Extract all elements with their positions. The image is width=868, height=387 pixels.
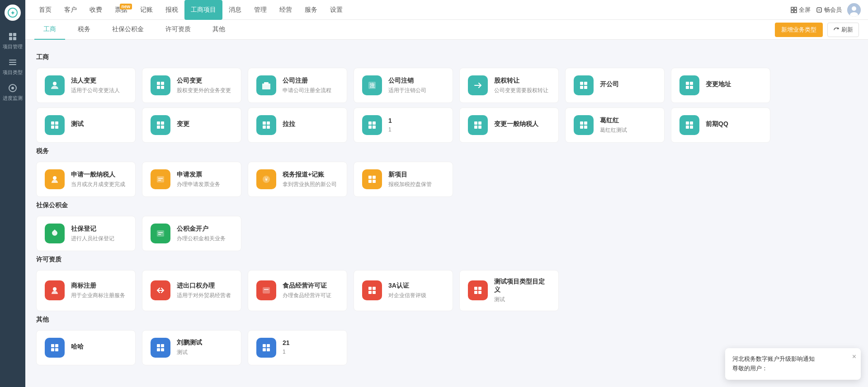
card-icon-food-license <box>256 280 276 300</box>
nav-bookkeeping[interactable]: 记账 <box>134 0 159 20</box>
nav-industrial[interactable]: 工商项目 <box>184 0 222 20</box>
nav-customer[interactable]: 客户 <box>58 0 83 20</box>
svg-rect-29 <box>580 82 583 85</box>
subtab-other[interactable]: 其他 <box>203 20 234 40</box>
svg-rect-50 <box>373 121 376 125</box>
card-food-license[interactable]: 食品经营许可证 办理食品经营许可证 <box>248 270 347 311</box>
svg-rect-7 <box>9 62 16 63</box>
nav-invoice[interactable]: 票据 new <box>108 0 134 20</box>
card-change-address[interactable]: 变更地址 <box>671 68 770 103</box>
svg-rect-31 <box>580 86 583 89</box>
nav-message[interactable]: 消息 <box>222 0 248 20</box>
card-company-register[interactable]: 公司注册 申请公司注册全流程 <box>248 68 347 103</box>
svg-rect-59 <box>580 126 583 129</box>
card-equity-transfer[interactable]: 股权转让 公司变更需要股权转让 <box>459 68 559 103</box>
sidebar-logo: ✦ <box>5 5 21 21</box>
card-icon-1 <box>362 115 382 135</box>
card-mohonghong[interactable]: 葛红红 葛红红测试 <box>565 107 665 143</box>
svg-rect-6 <box>9 60 16 61</box>
card-tax-report[interactable]: ¥ 税务报道+记账 拿到营业执照的新公司 <box>248 162 347 197</box>
sidebar-item-project-type[interactable]: 项目类型 <box>0 54 25 79</box>
svg-rect-11 <box>791 7 793 9</box>
svg-rect-53 <box>474 121 477 125</box>
svg-rect-44 <box>161 126 164 129</box>
card-import-export[interactable]: 进出口权办理 适用于对外贸易经营者 <box>142 270 241 311</box>
svg-rect-22 <box>161 82 164 85</box>
card-legal-change[interactable]: 法人变更 适用于公司变更法人 <box>36 68 136 103</box>
svg-rect-13 <box>791 10 793 13</box>
card-icon-21 <box>256 338 276 358</box>
card-lala[interactable]: 拉拉 <box>248 107 347 143</box>
member-btn[interactable]: 畅会员 <box>816 6 842 14</box>
sidebar-item-project-manage[interactable]: 项目管理 <box>0 28 25 54</box>
card-change-taxpayer[interactable]: 变更一般纳税人 <box>459 107 559 143</box>
new-type-button[interactable]: 新增业务类型 <box>775 23 823 37</box>
card-fund-open[interactable]: 公积金开户 办理公积金相关业务 <box>142 216 241 251</box>
nav-home[interactable]: 首页 <box>33 0 58 20</box>
card-test[interactable]: 测试 <box>36 107 136 143</box>
card-icon-equity-transfer <box>468 75 488 95</box>
card-icon-open-company <box>574 75 594 95</box>
card-trademark[interactable]: 商标注册 用于企业商标注册服务 <box>36 270 136 311</box>
card-new-project[interactable]: 新项目 报税加税控盘保管 <box>354 162 453 197</box>
svg-rect-91 <box>51 348 54 351</box>
card-icon-mohonghong <box>574 115 594 135</box>
svg-text:注: 注 <box>370 83 375 88</box>
card-apply-invoice[interactable]: 申请发票 办理申请发票业务 <box>142 162 241 197</box>
subtab-industrial[interactable]: 工商 <box>34 20 65 40</box>
card-3a-cert[interactable]: 3A认证 对企业信誉评级 <box>354 270 453 311</box>
card-change2[interactable]: 变更 <box>142 107 241 143</box>
sidebar-item-progress[interactable]: 进度监测 <box>0 79 25 105</box>
section-title-other: 其他 <box>36 316 857 324</box>
svg-rect-85 <box>474 287 477 290</box>
nav-tax[interactable]: 报税 <box>159 0 184 20</box>
subtab-license[interactable]: 许可资质 <box>156 20 200 40</box>
nav-management[interactable]: 管理 <box>248 0 273 20</box>
card-preqq[interactable]: 前期QQ <box>671 107 770 143</box>
notification-close-btn[interactable]: × <box>852 353 856 361</box>
nav-settings[interactable]: 设置 <box>324 0 349 20</box>
card-liupeng-test[interactable]: 刘鹏测试 测试 <box>142 330 241 365</box>
svg-rect-79 <box>263 287 270 294</box>
svg-rect-100 <box>267 348 270 351</box>
card-company-cancel[interactable]: 注 公司注销 适用于注销公司 <box>354 68 453 103</box>
fullscreen-btn[interactable]: 全屏 <box>791 6 811 14</box>
svg-rect-72 <box>373 176 376 179</box>
cards-grid-industrial: 法人变更 适用于公司变更法人 公司变更 股权变更外的业务变更 公司注册 <box>36 68 857 103</box>
card-haha[interactable]: 哈哈 <box>36 330 136 365</box>
svg-rect-34 <box>690 82 693 85</box>
card-social-register[interactable]: 社保登记 进行人员社保登记 <box>36 216 136 251</box>
svg-rect-35 <box>686 86 689 89</box>
refresh-button[interactable]: 刷新 <box>827 23 859 37</box>
card-21[interactable]: 21 1 <box>248 330 347 365</box>
svg-rect-84 <box>373 291 376 294</box>
card-icon-change2 <box>151 115 170 135</box>
subtab-tax[interactable]: 税务 <box>69 20 99 40</box>
card-company-change[interactable]: 公司变更 股权变更外的业务变更 <box>142 68 241 103</box>
svg-rect-3 <box>13 33 16 36</box>
content: 工商 法人变更 适用于公司变更法人 公司变更 股权变更外的业务变更 <box>25 40 868 379</box>
card-icon-preqq <box>679 115 699 135</box>
card-icon-tax-report: ¥ <box>256 169 276 189</box>
card-apply-taxpayer[interactable]: 申请一般纳税人 当月或次月成变更完成 <box>36 162 136 197</box>
card-icon-fund-open <box>151 224 170 243</box>
svg-rect-8 <box>9 64 16 65</box>
nav-fee[interactable]: 收费 <box>83 0 108 20</box>
card-1[interactable]: 1 1 <box>354 107 453 143</box>
svg-rect-56 <box>478 126 481 129</box>
subtab-social[interactable]: 社保公积金 <box>103 20 153 40</box>
card-icon-apply-invoice <box>151 169 170 189</box>
svg-rect-95 <box>157 348 160 351</box>
card-test-type[interactable]: 测试项目类型目定义 测试 <box>459 270 559 311</box>
card-open-company[interactable]: 开公司 <box>565 68 665 103</box>
svg-rect-39 <box>51 126 54 129</box>
card-icon-trademark <box>45 280 65 300</box>
cards-grid-industrial-2: 测试 变更 拉拉 1 <box>36 107 857 143</box>
nav-service[interactable]: 服务 <box>298 0 324 20</box>
svg-rect-62 <box>690 121 693 125</box>
project-manage-icon <box>8 32 18 42</box>
user-avatar[interactable] <box>847 3 861 17</box>
sidebar: ✦ 项目管理 项目类型 进度监测 <box>0 0 25 379</box>
svg-rect-96 <box>161 348 164 351</box>
nav-operation[interactable]: 经营 <box>273 0 298 20</box>
